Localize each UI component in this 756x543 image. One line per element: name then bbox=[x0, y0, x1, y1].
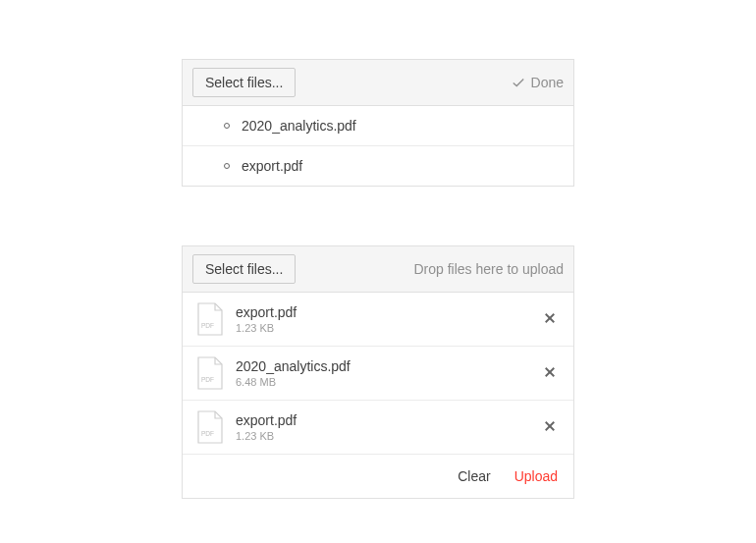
select-files-button[interactable]: Select files... bbox=[192, 254, 296, 284]
upload-widget-pending: Select files... Drop files here to uploa… bbox=[182, 245, 574, 499]
drop-hint: Drop files here to upload bbox=[413, 261, 564, 277]
close-icon bbox=[544, 420, 556, 435]
file-icon: PDF bbox=[196, 302, 224, 336]
file-name: export.pdf bbox=[242, 158, 302, 174]
file-icon: PDF bbox=[196, 410, 224, 444]
status-label: Done bbox=[531, 75, 564, 90]
upload-header[interactable]: Select files... Drop files here to uploa… bbox=[183, 246, 573, 293]
file-size: 1.23 KB bbox=[236, 322, 528, 334]
close-icon bbox=[544, 366, 556, 381]
svg-text:PDF: PDF bbox=[201, 322, 214, 329]
upload-header: Select files... Done bbox=[183, 60, 573, 106]
remove-file-button[interactable] bbox=[540, 308, 560, 331]
file-icon: PDF bbox=[196, 356, 224, 390]
file-size: 1.23 KB bbox=[236, 430, 528, 442]
check-icon bbox=[512, 76, 525, 89]
file-row: PDF export.pdf 1.23 KB bbox=[183, 401, 573, 455]
upload-widget-done: Select files... Done 2020_analytics.pdf … bbox=[182, 59, 574, 187]
svg-text:PDF: PDF bbox=[201, 376, 214, 383]
remove-file-button[interactable] bbox=[540, 362, 560, 385]
status-done: Done bbox=[512, 75, 564, 90]
file-size: 6.48 MB bbox=[236, 376, 528, 388]
file-name: 2020_analytics.pdf bbox=[242, 118, 356, 134]
file-row: PDF 2020_analytics.pdf 6.48 MB bbox=[183, 347, 573, 401]
select-files-button[interactable]: Select files... bbox=[192, 68, 296, 97]
svg-text:PDF: PDF bbox=[201, 430, 214, 437]
file-name: export.pdf bbox=[236, 304, 528, 320]
clear-button[interactable]: Clear bbox=[458, 468, 490, 484]
bullet-icon bbox=[224, 123, 230, 129]
list-item: 2020_analytics.pdf bbox=[183, 106, 573, 146]
bullet-icon bbox=[224, 163, 230, 169]
upload-footer: Clear Upload bbox=[183, 455, 573, 498]
close-icon bbox=[544, 312, 556, 327]
file-name: export.pdf bbox=[236, 412, 528, 428]
list-item: export.pdf bbox=[183, 146, 573, 186]
file-list-simple: 2020_analytics.pdf export.pdf bbox=[183, 106, 573, 186]
file-name: 2020_analytics.pdf bbox=[236, 358, 528, 374]
file-row: PDF export.pdf 1.23 KB bbox=[183, 293, 573, 347]
file-info: export.pdf 1.23 KB bbox=[236, 304, 528, 334]
file-info: 2020_analytics.pdf 6.48 MB bbox=[236, 358, 528, 388]
file-info: export.pdf 1.23 KB bbox=[236, 412, 528, 442]
file-list-detailed: PDF export.pdf 1.23 KB bbox=[183, 293, 573, 455]
upload-button[interactable]: Upload bbox=[514, 468, 558, 484]
remove-file-button[interactable] bbox=[540, 416, 560, 439]
